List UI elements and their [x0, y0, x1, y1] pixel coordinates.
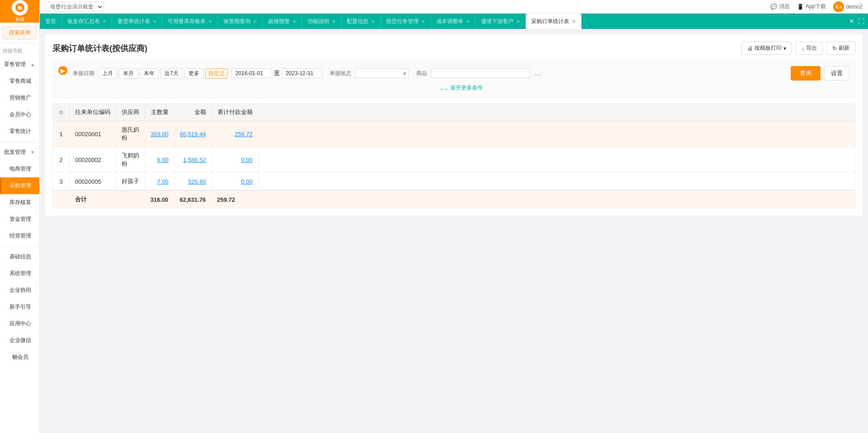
date-quick-buttons: 上月 本月 本年 近7天 更多 自定义	[98, 68, 228, 79]
tab-shoufahuizong[interactable]: 收发存汇总表 ✕	[62, 14, 112, 29]
row-paid[interactable]: 0.00	[212, 173, 258, 191]
sidebar-item-ecommerce[interactable]: 电商管理	[0, 161, 39, 177]
date-quick-this-month[interactable]: 本月	[119, 68, 138, 79]
date-quick-7days[interactable]: 近7天	[160, 68, 183, 79]
tab-yaohuodan[interactable]: 要货单统计表 ✕	[112, 14, 162, 29]
tab-peizhi[interactable]: 配置信息 ✕	[341, 14, 381, 29]
tab-gongneng[interactable]: 功能说明 ✕	[302, 14, 341, 29]
col-amount: 金额	[174, 104, 212, 121]
sidebar-item-wholesale[interactable]: 批发管理 ▼	[0, 144, 39, 161]
row-qty[interactable]: 7.00	[145, 173, 175, 191]
maximize-button[interactable]: ⛶	[858, 18, 864, 25]
date-end-input[interactable]	[282, 68, 322, 78]
footer-paid: 259.72	[212, 190, 258, 208]
filter-toggle-button[interactable]: ▶	[58, 66, 67, 75]
sidebar-item-label-member: 会员中心	[9, 111, 31, 118]
sidebar-item-wechat[interactable]: 企业微信	[0, 332, 39, 349]
column-settings-icon[interactable]: ⚙	[58, 109, 64, 116]
app-download-button[interactable]: 📱 App下载	[797, 3, 826, 10]
sidebar-item-retail-stat[interactable]: 零售统计	[0, 123, 39, 140]
dropdown-arrow-icon: ▾	[783, 45, 786, 52]
sidebar-item-member[interactable]: 会员中心	[0, 106, 39, 123]
date-quick-this-year[interactable]: 本年	[140, 68, 159, 79]
topbar-left: 母婴行业演示账套	[45, 2, 104, 12]
sidebar-item-marketing[interactable]: 营销推广	[0, 90, 39, 106]
refresh-button[interactable]: ↻ 刷新	[826, 42, 855, 55]
date-start-input[interactable]	[231, 68, 272, 78]
print-icon: 🖨	[747, 45, 753, 52]
table-row: 3 00020005 好孩子 7.00 525.80 0.00	[53, 173, 855, 191]
sidebar-item-system[interactable]: 系统管理	[0, 265, 39, 282]
date-quick-last-month[interactable]: 上月	[98, 68, 117, 79]
close-icon[interactable]: ✕	[292, 19, 296, 24]
tab-keyong[interactable]: 可用量库存账本 ✕	[162, 14, 218, 29]
user-name: demo2	[846, 4, 863, 10]
sidebar-item-label-system: 系统管理	[9, 270, 31, 276]
row-supplier: 好孩子	[116, 173, 145, 191]
expand-more-button[interactable]: ⌄⌄ 展开更多条件	[439, 84, 483, 92]
sidebar-item-appcenter[interactable]: 应用中心	[0, 315, 39, 332]
close-all-button[interactable]: ✕	[849, 18, 854, 25]
close-icon[interactable]: ✕	[572, 19, 576, 24]
sidebar-item-vip[interactable]: 畅会员	[0, 349, 39, 366]
row-unit-code: 00020001	[70, 121, 116, 147]
sidebar-item-purchase[interactable]: 采购管理	[0, 177, 39, 194]
tab-chengben[interactable]: 成本调整单 ✕	[431, 14, 476, 29]
sidebar-item-capital[interactable]: 资金管理	[0, 211, 39, 228]
status-select-wrapper: ▾	[355, 68, 409, 78]
close-icon[interactable]: ✕	[253, 19, 257, 24]
sidebar-item-inventory[interactable]: 库存核算	[0, 194, 39, 211]
status-filter-item: 单据状态 ▾	[330, 68, 409, 78]
row-paid[interactable]: 0.00	[212, 147, 258, 173]
tab-yaoqing[interactable]: 邀请下游客户 ✕	[476, 14, 526, 29]
chevron-down-icon: ▲	[30, 62, 35, 67]
refresh-icon: ↻	[832, 45, 837, 52]
close-icon[interactable]: ✕	[466, 19, 470, 24]
search-menu-button[interactable]: 搜索菜单	[3, 26, 37, 39]
sidebar-item-label-retail-shop: 零售商城	[9, 78, 31, 84]
template-print-button[interactable]: 🖨 按模板打印 ▾	[741, 42, 792, 55]
close-icon[interactable]: ✕	[332, 19, 335, 24]
sidebar-item-enterprise[interactable]: 企业协同	[0, 282, 39, 299]
sidebar: 畅 标题 搜索菜单 快捷导航 零售管理 ▲ 零售商城 营销推广 会员中心 零售统…	[0, 0, 40, 433]
export-button[interactable]: ↓ 导出	[796, 42, 823, 55]
sidebar-item-label-capital: 资金管理	[9, 216, 31, 222]
tab-baozhi[interactable]: 保质期查询 ✕	[218, 14, 263, 29]
row-paid[interactable]: 259.72	[212, 121, 258, 147]
sidebar-item-retail-shop[interactable]: 零售商城	[0, 73, 39, 90]
close-icon[interactable]: ✕	[371, 19, 375, 24]
close-icon[interactable]: ✕	[421, 19, 425, 24]
close-icon[interactable]: ✕	[208, 19, 212, 24]
row-amount[interactable]: 60,519.44	[174, 121, 212, 147]
row-amount[interactable]: 525.80	[174, 173, 212, 191]
row-qty[interactable]: 6.00	[145, 147, 175, 173]
close-icon[interactable]: ✕	[103, 19, 106, 24]
close-icon[interactable]: ✕	[153, 19, 156, 24]
logo-icon: 畅	[12, 0, 28, 15]
footer-qty: 316.00	[145, 190, 175, 208]
goods-input[interactable]	[431, 68, 530, 78]
settings-button[interactable]: 设置	[824, 66, 849, 81]
sidebar-item-retail[interactable]: 零售管理 ▲	[0, 56, 39, 73]
tab-home[interactable]: 首页	[40, 14, 62, 29]
row-qty[interactable]: 303.00	[145, 121, 175, 147]
tab-paihuo[interactable]: 拣货任务管理 ✕	[381, 14, 431, 29]
message-button[interactable]: 💬 消息	[770, 3, 790, 10]
tab-home-label: 首页	[45, 18, 56, 25]
status-select[interactable]	[355, 68, 409, 78]
row-extra	[258, 173, 855, 191]
date-quick-more[interactable]: 更多	[184, 68, 203, 79]
query-button[interactable]: 查询	[791, 66, 821, 81]
tab-caigou[interactable]: 采购订单统计表 ✕	[526, 14, 581, 29]
goods-label: 商品	[416, 70, 427, 77]
sidebar-item-newguide[interactable]: 新手引导	[0, 299, 39, 315]
tab-chaochu[interactable]: 超储预警 ✕	[263, 14, 302, 29]
sidebar-item-basic[interactable]: 基础信息	[0, 248, 39, 265]
close-icon[interactable]: ✕	[516, 19, 520, 24]
goods-more-icon[interactable]: …	[534, 69, 541, 77]
user-profile-button[interactable]: Ea demo2	[833, 1, 863, 12]
row-amount[interactable]: 1,586.52	[174, 147, 212, 173]
warehouse-selector[interactable]: 母婴行业演示账套	[45, 2, 104, 12]
col-unit-code: 往来单位编码	[70, 104, 116, 121]
sidebar-item-operations[interactable]: 经营管理	[0, 228, 39, 244]
